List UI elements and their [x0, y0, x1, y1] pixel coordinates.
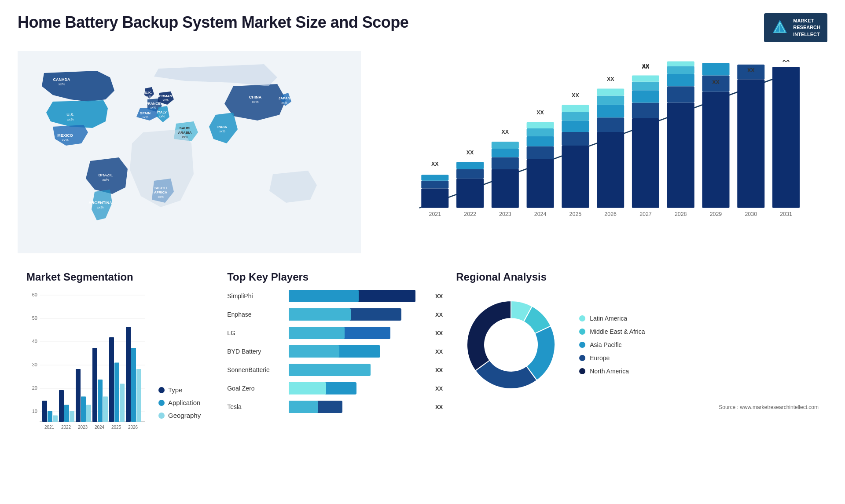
logo-area: MARKET RESEARCH INTELLECT: [764, 13, 827, 42]
svg-rect-127: [70, 411, 74, 422]
svg-text:xx%: xx%: [219, 130, 225, 133]
svg-text:xx%: xx%: [182, 135, 187, 139]
player-bar-wrap: XX: [289, 327, 430, 339]
svg-text:xx%: xx%: [150, 106, 156, 109]
svg-text:SPAIN: SPAIN: [140, 111, 151, 115]
svg-text:2023: 2023: [499, 211, 511, 217]
player-bar-inner: [289, 364, 334, 376]
bar-chart: XX 2021 XX 2022 XX 2023 XX 2024: [383, 60, 819, 231]
svg-text:2024: 2024: [95, 425, 105, 430]
svg-text:U.K.: U.K.: [145, 91, 152, 95]
svg-rect-54: [527, 159, 554, 208]
player-bar-wrap: XX: [289, 382, 430, 394]
svg-text:XX: XX: [747, 68, 755, 74]
svg-rect-96: [772, 67, 800, 208]
segmentation-title: Market Segmentation: [26, 271, 201, 283]
svg-text:XX: XX: [642, 63, 650, 69]
svg-rect-50: [492, 149, 519, 157]
svg-text:2027: 2027: [639, 211, 652, 217]
svg-text:XX: XX: [712, 79, 720, 85]
svg-text:50: 50: [32, 315, 37, 321]
svg-text:INDIA: INDIA: [217, 125, 227, 129]
svg-rect-128: [76, 369, 81, 422]
svg-rect-135: [114, 363, 119, 422]
svg-rect-45: [456, 162, 484, 169]
svg-text:xx%: xx%: [252, 100, 258, 104]
legend-dot-application: [158, 400, 165, 406]
svg-rect-131: [92, 348, 97, 422]
svg-text:xx%: xx%: [97, 205, 103, 209]
player-name: BYD Battery: [227, 348, 284, 355]
regional-legend-label: Asia Pacific: [590, 341, 621, 348]
svg-rect-123: [48, 411, 52, 422]
source-text: Source : www.marketresearchintellect.com: [456, 404, 819, 410]
player-bar-inner: [289, 382, 326, 394]
top-section: CANADA xx% U.S. xx% MEXICO xx% BRAZIL xx…: [18, 51, 827, 253]
player-row: Goal ZeroXX: [227, 382, 430, 394]
svg-text:2026: 2026: [604, 211, 617, 217]
player-row: LGXX: [227, 327, 430, 339]
svg-text:MEXICO: MEXICO: [57, 133, 73, 138]
donut-chart: [456, 290, 566, 400]
svg-rect-91: [702, 63, 729, 75]
regional-legend-item: North America: [579, 368, 645, 375]
player-row: BYD BatteryXX: [227, 345, 430, 358]
svg-text:xx%: xx%: [162, 99, 168, 102]
segmentation-legend: Type Application Geography: [158, 386, 201, 432]
svg-text:60: 60: [32, 292, 37, 297]
player-row: SonnenBatterieXX: [227, 364, 430, 376]
svg-text:GERMANY: GERMANY: [157, 94, 175, 98]
svg-rect-122: [42, 401, 47, 422]
svg-text:2022: 2022: [464, 211, 476, 217]
regional-body: Latin AmericaMiddle East & AfricaAsia Pa…: [456, 290, 819, 400]
svg-text:30: 30: [32, 362, 37, 367]
svg-text:2024: 2024: [534, 211, 547, 217]
svg-rect-83: [667, 86, 694, 102]
world-map: CANADA xx% U.S. xx% MEXICO xx% BRAZIL xx…: [18, 51, 361, 253]
svg-text:SAUDI: SAUDI: [180, 126, 191, 130]
player-row: TeslaXX: [227, 401, 430, 413]
bar-chart-container: XX 2021 XX 2022 XX 2023 XX 2024: [374, 51, 827, 253]
player-name: Enphase: [227, 311, 284, 318]
svg-text:XX: XX: [677, 60, 684, 61]
svg-text:ARABIA: ARABIA: [178, 131, 191, 135]
svg-rect-125: [59, 390, 64, 422]
svg-rect-124: [53, 416, 58, 422]
svg-rect-75: [632, 118, 659, 208]
legend-item-type: Type: [158, 386, 201, 394]
player-row: SimpliPhiXX: [227, 290, 430, 302]
player-bar-wrap: XX: [289, 364, 430, 376]
player-bar-inner: [289, 290, 358, 302]
svg-rect-82: [667, 103, 694, 208]
player-bar-wrap: XX: [289, 401, 430, 413]
player-name: LG: [227, 329, 284, 336]
regional-legend-item: Asia Pacific: [579, 341, 645, 348]
svg-text:SOUTH: SOUTH: [154, 186, 167, 190]
svg-text:XX: XX: [502, 129, 509, 135]
svg-text:xx%: xx%: [158, 195, 163, 198]
svg-rect-63: [562, 121, 589, 132]
svg-rect-78: [632, 82, 659, 90]
svg-text:2031: 2031: [780, 211, 792, 217]
svg-text:xx%: xx%: [62, 138, 68, 142]
regional-legend: Latin AmericaMiddle East & AfricaAsia Pa…: [579, 315, 645, 375]
player-val: XX: [435, 404, 443, 410]
logo-box: MARKET RESEARCH INTELLECT: [764, 13, 827, 42]
player-name: Goal Zero: [227, 385, 284, 392]
svg-text:xx%: xx%: [58, 82, 65, 86]
player-name: SimpliPhi: [227, 292, 284, 299]
player-bar-inner: [289, 345, 339, 358]
svg-rect-126: [64, 405, 69, 422]
svg-text:CANADA: CANADA: [53, 77, 70, 82]
svg-text:AFRICA: AFRICA: [154, 190, 167, 194]
players-list: SimpliPhiXXEnphaseXXLGXXBYD BatteryXXSon…: [227, 290, 430, 413]
svg-rect-129: [81, 397, 86, 422]
regional-dot: [579, 355, 585, 361]
player-bar-wrap: XX: [289, 345, 430, 358]
svg-rect-84: [667, 74, 694, 86]
players-title: Top Key Players: [227, 271, 430, 283]
svg-rect-132: [98, 380, 103, 422]
svg-text:2028: 2028: [675, 211, 687, 217]
player-bar-inner: [289, 401, 318, 413]
regional-legend-label: Europe: [590, 354, 610, 362]
